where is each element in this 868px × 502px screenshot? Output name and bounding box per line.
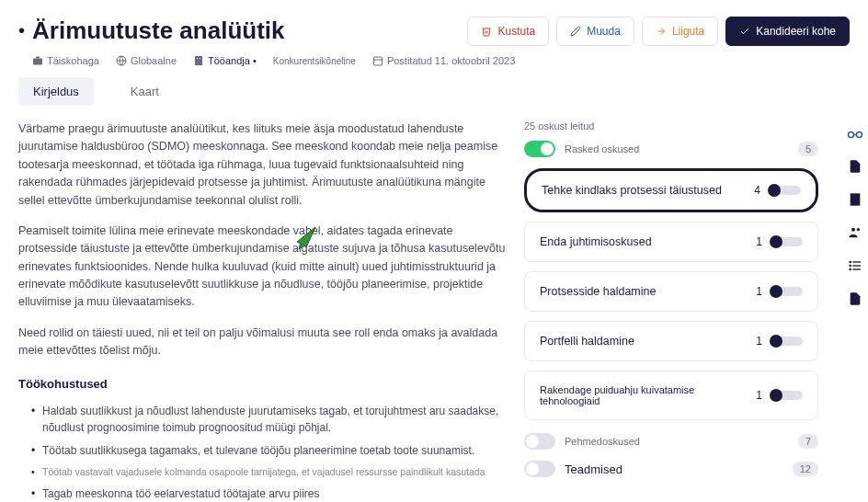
duty-item: Haldab suutlikkust ja nõudlust lahendust… — [31, 403, 506, 437]
pencil-icon — [570, 26, 581, 37]
meta-row: Täiskohaga Globaalne Tööandja • Konkuren… — [0, 55, 868, 77]
globe-icon — [116, 55, 127, 66]
svg-rect-4 — [195, 56, 202, 65]
arrow-right-icon — [656, 26, 667, 37]
building-icon[interactable] — [847, 191, 863, 208]
meta-posted: Postitatud 11. oktoobril 2023 — [372, 55, 515, 66]
svg-point-19 — [850, 265, 851, 266]
calendar-icon — [372, 55, 383, 66]
duty-item: Tagab meeskonna töö eelarvestatud töötaj… — [31, 485, 506, 502]
svg-point-13 — [851, 228, 855, 232]
skill-slider[interactable] — [770, 337, 803, 346]
page-title: Ärimuutuste analüütik — [32, 17, 284, 45]
apply-button[interactable]: Kandideeri kohe — [725, 17, 850, 46]
skill-name: Protsesside haldamine — [540, 285, 656, 298]
svg-point-18 — [850, 261, 851, 262]
intro-paragraph-2: Peamiselt toimite lülina meie erinevate … — [18, 222, 506, 312]
skill-slider[interactable] — [768, 186, 801, 195]
skill-card[interactable]: Protsesside haldamine 1 — [524, 271, 818, 312]
soft-skills-count: 7 — [798, 434, 818, 449]
svg-point-20 — [850, 268, 851, 269]
people-icon[interactable] — [847, 224, 863, 241]
soft-skills-label: Pehmedoskused — [565, 436, 789, 447]
svg-point-10 — [857, 132, 862, 138]
document-icon[interactable] — [847, 158, 863, 175]
duty-sub-item: Töötab vastavalt vajadusele kolmanda osa… — [31, 464, 506, 479]
skills-found-label: 25 oskust leitud — [524, 120, 594, 131]
knowledge-count: 12 — [793, 462, 818, 476]
meta-location: Globaalne — [116, 55, 177, 66]
briefcase-icon — [32, 55, 43, 66]
skill-count: 1 — [756, 389, 762, 402]
title-bullet: • — [18, 20, 25, 41]
check-icon — [739, 26, 750, 37]
skill-count: 1 — [756, 235, 762, 248]
trash-icon — [481, 26, 492, 37]
apply-label: Kandideeri kohe — [756, 25, 836, 38]
skill-card[interactable]: Portfelli haldamine 1 — [524, 321, 818, 361]
delete-button[interactable]: Kustuta — [467, 17, 549, 46]
skill-name: Portfelli haldamine — [540, 335, 634, 348]
skill-count: 1 — [756, 335, 762, 348]
hard-skills-count: 5 — [798, 142, 818, 156]
description-body: Värbame praegu ärimuutuste analüütikut, … — [18, 120, 506, 502]
edit-label: Muuda — [587, 25, 621, 38]
skill-name: Enda juhtimisoskused — [540, 235, 652, 248]
skill-card[interactable]: Tehke kindlaks protsessi täiustused 4 — [524, 168, 818, 212]
hard-skills-label: Rasked oskused — [565, 143, 789, 154]
skill-name: Rakendage puiduahju kuivatamise tehnoloo… — [540, 384, 756, 406]
move-label: Liiguta — [672, 25, 704, 38]
building-icon — [193, 55, 204, 66]
skill-count: 4 — [754, 184, 760, 197]
intro-paragraph-1: Värbame praegu ärimuutuste analüütikut, … — [18, 120, 506, 210]
svg-rect-5 — [197, 58, 198, 59]
svg-point-9 — [849, 132, 854, 138]
svg-point-14 — [857, 228, 860, 231]
svg-rect-12 — [851, 193, 861, 205]
knowledge-label: Teadmised — [565, 462, 783, 476]
skill-slider[interactable] — [770, 287, 803, 296]
svg-rect-6 — [200, 58, 200, 59]
tab-map[interactable]: Kaart — [116, 77, 174, 106]
svg-rect-7 — [373, 57, 382, 65]
glasses-icon[interactable] — [847, 125, 863, 142]
edit-button[interactable]: Muuda — [556, 17, 634, 46]
hard-skills-toggle[interactable] — [524, 141, 555, 157]
right-sidebar — [842, 120, 868, 307]
move-button[interactable]: Liiguta — [642, 17, 718, 46]
soft-skills-toggle[interactable] — [524, 433, 555, 450]
list-icon[interactable] — [847, 257, 863, 274]
skill-card[interactable]: Enda juhtimisoskused 1 — [524, 222, 818, 262]
skill-slider[interactable] — [770, 391, 803, 400]
meta-employment: Täiskohaga — [32, 55, 99, 66]
duties-title: Töökohustused — [18, 375, 506, 394]
skill-count: 1 — [756, 285, 762, 298]
meta-confidential: Konkurentsikõneline — [273, 56, 356, 66]
skill-name: Tehke kindlaks protsessi täiustused — [542, 184, 722, 197]
skill-slider[interactable] — [770, 237, 803, 246]
tabs: Kirjeldus Kaart — [0, 77, 868, 120]
svg-rect-1 — [33, 59, 42, 65]
duty-item: Töötab suutlikkusega tagamaks, et tuleva… — [31, 442, 506, 460]
intro-paragraph-3: Need rollid on täiesti uued, nii et teil… — [18, 325, 506, 360]
delete-label: Kustuta — [497, 25, 535, 38]
skills-panel: 25 oskust leitud Rasked oskused 5 Tehke … — [524, 120, 818, 502]
meta-employer[interactable]: Tööandja • — [193, 55, 257, 66]
action-buttons: Kustuta Muuda Liiguta Kandideeri kohe — [467, 17, 850, 46]
tab-description[interactable]: Kirjeldus — [18, 77, 94, 106]
file-icon[interactable] — [847, 291, 863, 307]
duties-list: Haldab suutlikkust ja nõudlust lahendust… — [18, 403, 506, 502]
knowledge-toggle[interactable] — [524, 461, 555, 477]
skill-card[interactable]: Rakendage puiduahju kuivatamise tehnoloo… — [524, 371, 818, 420]
